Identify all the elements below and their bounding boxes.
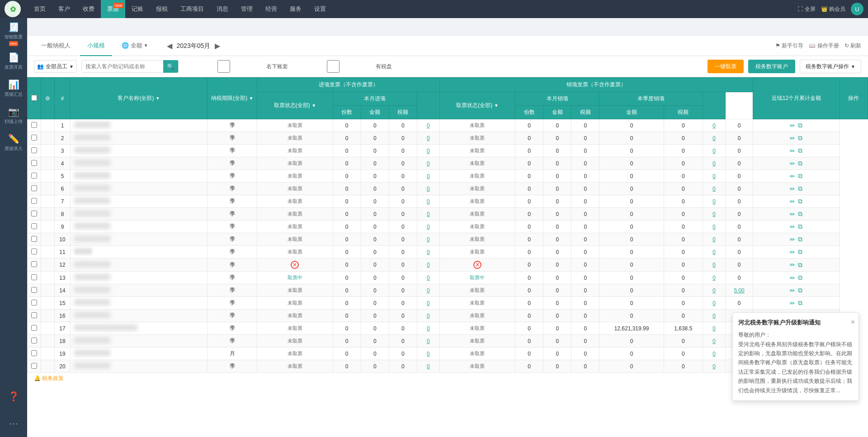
member-btn[interactable]: 👑 购会员: [821, 5, 845, 13]
in-detail-link[interactable]: 0: [427, 224, 430, 230]
row-checkbox[interactable]: [31, 236, 37, 242]
row-checkbox[interactable]: [31, 185, 37, 191]
row-checkbox[interactable]: [31, 338, 37, 343]
row-settings-cell[interactable]: [41, 246, 55, 258]
row-settings-cell[interactable]: [41, 258, 55, 272]
row-checkbox-cell[interactable]: [28, 335, 41, 348]
in-detail-link[interactable]: 0: [427, 287, 430, 294]
in-detail-link[interactable]: 0: [427, 249, 430, 255]
out-detail-link[interactable]: 0: [712, 351, 716, 357]
in-detail-link[interactable]: 0: [427, 198, 430, 205]
nav-service[interactable]: 服务: [283, 0, 308, 18]
guide-link[interactable]: ⚑ 新手引导: [775, 42, 803, 50]
nav-home[interactable]: 首页: [28, 0, 52, 18]
tax-disk-checkbox-label[interactable]: 有税盘: [292, 60, 392, 73]
edit-icon[interactable]: ✏: [790, 274, 795, 282]
row-checkbox-cell[interactable]: [28, 119, 41, 132]
tax-disk-checkbox[interactable]: [292, 60, 374, 73]
in-detail-link[interactable]: 0: [427, 351, 430, 357]
sidebar-item-smart-ticket[interactable]: 🧾 智能取票 new: [0, 20, 27, 47]
row-checkbox-cell[interactable]: [28, 284, 41, 297]
copy-icon[interactable]: ⧉: [798, 122, 802, 129]
copy-icon[interactable]: ⧉: [798, 274, 802, 282]
copy-icon[interactable]: ⧉: [798, 185, 802, 193]
out-detail-link[interactable]: 0: [712, 262, 716, 268]
row-checkbox-cell[interactable]: [28, 272, 41, 284]
row-checkbox-cell[interactable]: [28, 297, 41, 310]
row-checkbox-cell[interactable]: [28, 183, 41, 195]
header-out-status[interactable]: 取票状态(全部) ▼: [439, 92, 515, 119]
tab-small-scale[interactable]: 小规模: [80, 36, 112, 56]
row-checkbox-cell[interactable]: [28, 157, 41, 170]
row-settings-cell[interactable]: [41, 157, 55, 170]
row-checkbox-cell[interactable]: [28, 258, 41, 272]
row-settings-cell[interactable]: [41, 233, 55, 246]
row-checkbox[interactable]: [31, 173, 37, 179]
prev-period-btn[interactable]: ◀: [167, 42, 172, 50]
copy-icon[interactable]: ⧉: [798, 248, 802, 256]
in-detail-link[interactable]: 0: [427, 325, 430, 332]
sidebar-item-invoice[interactable]: 📄 发票开具: [0, 47, 27, 75]
out-detail-link[interactable]: 0: [712, 122, 716, 129]
in-detail-link[interactable]: 0: [427, 338, 430, 344]
row-checkbox-cell[interactable]: [28, 208, 41, 221]
row-checkbox[interactable]: [31, 312, 37, 318]
row-checkbox-cell[interactable]: [28, 195, 41, 208]
in-detail-link[interactable]: 0: [427, 186, 430, 192]
row-checkbox[interactable]: [31, 350, 37, 356]
name-account-checkbox-label[interactable]: 名下账套: [183, 60, 288, 73]
header-checkbox[interactable]: [28, 78, 41, 119]
copy-icon[interactable]: ⧉: [798, 134, 802, 142]
row-settings-cell[interactable]: [41, 348, 55, 360]
copy-icon[interactable]: ⧉: [798, 299, 802, 307]
in-detail-link[interactable]: 0: [427, 122, 430, 129]
nav-client[interactable]: 客户: [52, 0, 76, 18]
out-detail-link[interactable]: 0: [712, 211, 716, 217]
out-detail-link[interactable]: 0: [712, 287, 716, 294]
row-settings-cell[interactable]: [41, 360, 55, 373]
row-settings-cell[interactable]: [41, 119, 55, 132]
row-checkbox[interactable]: [31, 198, 37, 204]
row-checkbox-cell[interactable]: [28, 221, 41, 233]
row-checkbox[interactable]: [31, 147, 37, 153]
out-detail-link[interactable]: 0: [712, 363, 716, 370]
row-checkbox-cell[interactable]: [28, 310, 41, 322]
row-settings-cell[interactable]: [41, 221, 55, 233]
row-checkbox-cell[interactable]: [28, 348, 41, 360]
row-settings-cell[interactable]: [41, 297, 55, 310]
nav-ticket[interactable]: 票据 new: [101, 0, 125, 18]
digital-account-btn[interactable]: 税务数字账户: [748, 60, 795, 73]
in-detail-link[interactable]: 0: [427, 173, 430, 179]
row-checkbox[interactable]: [31, 160, 37, 166]
row-settings-cell[interactable]: [41, 183, 55, 195]
header-settings[interactable]: ⚙: [41, 78, 55, 119]
copy-icon[interactable]: ⧉: [798, 147, 802, 155]
fullscreen-btn[interactable]: ⛶ 全屏: [797, 5, 815, 13]
sidebar-item-summary[interactable]: 📊 票据汇总: [0, 75, 27, 102]
row-checkbox[interactable]: [31, 135, 37, 141]
row-settings-cell[interactable]: [41, 170, 55, 183]
refresh-link[interactable]: ↻ 刷新: [844, 42, 861, 50]
out-detail-link[interactable]: 0: [712, 300, 716, 306]
copy-icon[interactable]: ⧉: [798, 287, 802, 294]
one-click-get-btn[interactable]: 一键取票: [708, 60, 744, 73]
tab-all[interactable]: 🌐 全能 ▼: [114, 36, 156, 56]
out-detail-link[interactable]: 0: [712, 224, 716, 230]
out-detail-link[interactable]: 0: [712, 160, 716, 167]
next-period-btn[interactable]: ▶: [215, 42, 220, 50]
row-settings-cell[interactable]: [41, 208, 55, 221]
in-detail-link[interactable]: 0: [427, 135, 430, 141]
edit-icon[interactable]: ✏: [790, 236, 795, 243]
sidebar-item-entry[interactable]: ✏️ 票据录入: [0, 129, 27, 156]
row-settings-cell[interactable]: [41, 322, 55, 335]
out-detail-link[interactable]: 0: [712, 236, 716, 243]
nav-message[interactable]: 消息: [210, 0, 235, 18]
row-settings-cell[interactable]: [41, 272, 55, 284]
nav-tax[interactable]: 报税: [150, 0, 174, 18]
row-settings-cell[interactable]: [41, 132, 55, 145]
out-detail-link[interactable]: 0: [712, 338, 716, 344]
sidebar-item-scan[interactable]: 📷 扫描上传: [0, 102, 27, 129]
in-detail-link[interactable]: 0: [427, 275, 430, 281]
in-detail-link[interactable]: 0: [427, 262, 430, 268]
search-button[interactable]: 🔍: [163, 60, 178, 73]
